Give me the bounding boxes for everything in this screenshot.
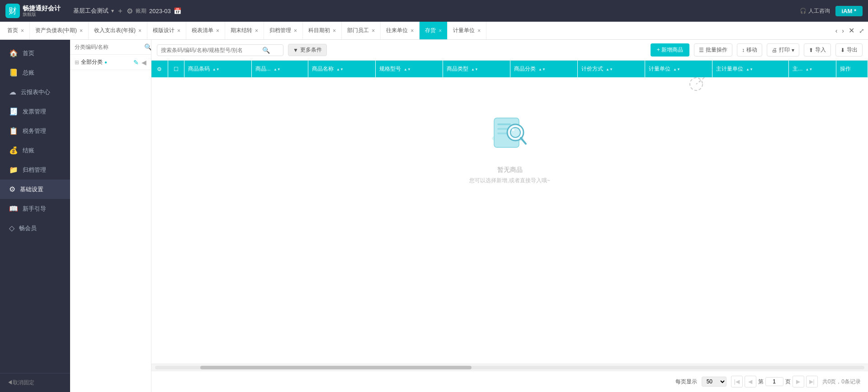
th-barcode[interactable]: 商品条码 ▲▼ (184, 61, 251, 77)
th-name-sort[interactable]: ▲▼ (336, 68, 344, 71)
tab-unit-close[interactable]: × (477, 28, 481, 34)
tab-archive[interactable]: 归档管理 × (264, 22, 303, 39)
tab-archive-close[interactable]: × (294, 28, 297, 34)
tab-tax-list[interactable]: 税表清单 × (186, 22, 225, 39)
add-company-icon[interactable]: ＋ (117, 6, 124, 16)
tab-unit[interactable]: 计量单位 × (448, 22, 486, 39)
sidebar-item-member[interactable]: ◇ 畅会员 (0, 218, 70, 238)
tab-contact-close[interactable]: × (410, 28, 414, 34)
product-search-icon[interactable]: 🔍 (262, 47, 270, 54)
period-value[interactable]: 2023-03 (149, 8, 171, 14)
sidebar-item-tax[interactable]: 📋 税务管理 (0, 121, 70, 141)
th-settings[interactable]: ⚙ (151, 61, 168, 77)
th-unit[interactable]: 计量单位 ▲▼ (645, 61, 712, 77)
tab-close-all-btn[interactable]: ✕ (847, 24, 856, 37)
tab-inventory-close[interactable]: × (439, 28, 442, 34)
inner-layout: 🔍 ⊞ 全部分类 ● ✎ ◀ (70, 40, 868, 392)
prev-page-btn[interactable]: ◀ (745, 376, 756, 387)
account-button[interactable]: iAM * (835, 6, 863, 16)
tab-department-close[interactable]: × (372, 28, 375, 34)
th-price-method[interactable]: 计价方式 ▲▼ (577, 61, 645, 77)
sidebar-checkout-label: 结账 (23, 146, 34, 155)
th-price-method-label: 计价方式 (581, 66, 603, 72)
th-spec[interactable]: 规格型号 ▲▼ (375, 61, 443, 77)
company-setting-icon[interactable]: ⚙ (127, 7, 133, 15)
sidebar-item-home[interactable]: 🏠 首页 (0, 43, 70, 63)
th-type-label: 商品类型 (447, 66, 468, 72)
category-search-input[interactable] (75, 44, 142, 50)
tab-income-statement-close[interactable]: × (138, 28, 142, 34)
th-extra[interactable]: 主... ▲▼ (789, 61, 836, 77)
tab-template-close[interactable]: × (177, 28, 180, 34)
help-button[interactable]: 🎧 人工咨询 (800, 7, 830, 15)
tab-subject-initial-close[interactable]: × (333, 28, 336, 34)
tab-balance-sheet-close[interactable]: × (80, 28, 83, 34)
sidebar-item-checkout[interactable]: 💰 结账 (0, 141, 70, 160)
th-code[interactable]: 商品... ▲▼ (251, 61, 308, 77)
sidebar-unpin[interactable]: ◀取消固定 (0, 373, 70, 392)
tab-expand-btn[interactable]: ⤢ (857, 25, 866, 36)
add-product-button[interactable]: + 新增商品 (651, 43, 689, 57)
import-button[interactable]: ⬆ 导入 (804, 43, 831, 57)
tab-income-statement[interactable]: 收入支出表(年报) × (89, 22, 147, 39)
calendar-icon[interactable]: 📅 (174, 7, 181, 14)
th-code-sort[interactable]: ▲▼ (274, 68, 281, 71)
svg-point-10 (512, 128, 514, 131)
tab-balance-sheet[interactable]: 资产负债表(中期) × (30, 22, 89, 39)
export-button[interactable]: ⬇ 导出 (835, 43, 863, 57)
th-main-unit-sort[interactable]: ▲▼ (746, 68, 753, 71)
category-collapse-icon[interactable]: ◀ (142, 59, 146, 66)
th-category-sort[interactable]: ▲▼ (538, 68, 546, 71)
tab-period-transfer[interactable]: 期末结转 × (225, 22, 264, 39)
tab-tax-list-close[interactable]: × (216, 28, 219, 34)
category-search-icon[interactable]: 🔍 (144, 43, 151, 51)
th-unit-sort[interactable]: ▲▼ (673, 68, 680, 71)
th-type-sort[interactable]: ▲▼ (471, 68, 478, 71)
th-checkbox[interactable]: ☐ (168, 61, 184, 77)
tab-inventory[interactable]: 存货 × (420, 22, 448, 39)
th-barcode-sort[interactable]: ▲▼ (212, 68, 220, 71)
sidebar-item-report[interactable]: ☁ 云报表中心 (0, 82, 70, 102)
tab-period-transfer-close[interactable]: × (255, 28, 258, 34)
th-category[interactable]: 商品分类 ▲▼ (510, 61, 577, 77)
company-name[interactable]: 基层工会测试 (73, 7, 108, 15)
tab-template-design[interactable]: 模版设计 × (147, 22, 186, 39)
tab-subject-initial[interactable]: 科目期初 × (303, 22, 342, 39)
th-name[interactable]: 商品名称 ▲▼ (308, 61, 375, 77)
th-spec-sort[interactable]: ▲▼ (404, 68, 411, 71)
tab-prev-btn[interactable]: ‹ (834, 25, 840, 36)
tab-next-btn[interactable]: › (840, 25, 846, 36)
sidebar-item-archive[interactable]: 📁 归档管理 (0, 160, 70, 179)
sidebar-guide-label: 新手引导 (23, 205, 46, 213)
report-icon: ☁ (9, 88, 16, 96)
print-button[interactable]: 🖨 打印 ▾ (767, 43, 799, 57)
sidebar-item-settings[interactable]: ⚙ 基础设置 (0, 179, 70, 199)
company-dropdown-icon[interactable]: ▾ (111, 8, 114, 14)
more-filter-button[interactable]: ▼ 更多条件 (288, 44, 327, 56)
th-main-unit[interactable]: 主计量单位 ▲▼ (712, 61, 789, 77)
batch-operation-button[interactable]: ☰ 批量操作 (694, 43, 732, 57)
tab-home[interactable]: 首页 × (2, 22, 30, 39)
product-search-input[interactable] (161, 47, 260, 53)
all-category-label[interactable]: 全部分类 (81, 58, 103, 66)
sidebar-item-ledger[interactable]: 📒 总账 (0, 63, 70, 82)
th-extra-sort[interactable]: ▲▼ (806, 68, 813, 71)
per-page-select[interactable]: 50 10 20 100 (702, 377, 726, 387)
category-edit-icon[interactable]: ✎ (133, 59, 139, 66)
sidebar-item-guide[interactable]: 📖 新手引导 (0, 199, 70, 218)
page-number-input[interactable] (765, 377, 783, 386)
sidebar-item-invoice[interactable]: 🧾 发票管理 (0, 102, 70, 121)
last-page-btn[interactable]: ▶| (806, 376, 818, 387)
tab-home-label: 首页 (7, 27, 18, 34)
move-button[interactable]: ↕ 移动 (737, 43, 762, 57)
tab-home-close[interactable]: × (21, 28, 24, 34)
horizontal-scrollbar[interactable] (151, 364, 868, 371)
first-page-btn[interactable]: |◀ (731, 376, 743, 387)
tab-bar: 首页 × 资产负债表(中期) × 收入支出表(年报) × 模版设计 × 税表清单… (0, 22, 868, 40)
tab-contact[interactable]: 往来单位 × (381, 22, 420, 39)
th-price-method-sort[interactable]: ▲▼ (606, 68, 613, 71)
tab-department[interactable]: 部门员工 × (342, 22, 381, 39)
scroll-thumb[interactable] (200, 366, 472, 369)
next-page-btn[interactable]: ▶ (793, 376, 804, 387)
th-type[interactable]: 商品类型 ▲▼ (443, 61, 510, 77)
